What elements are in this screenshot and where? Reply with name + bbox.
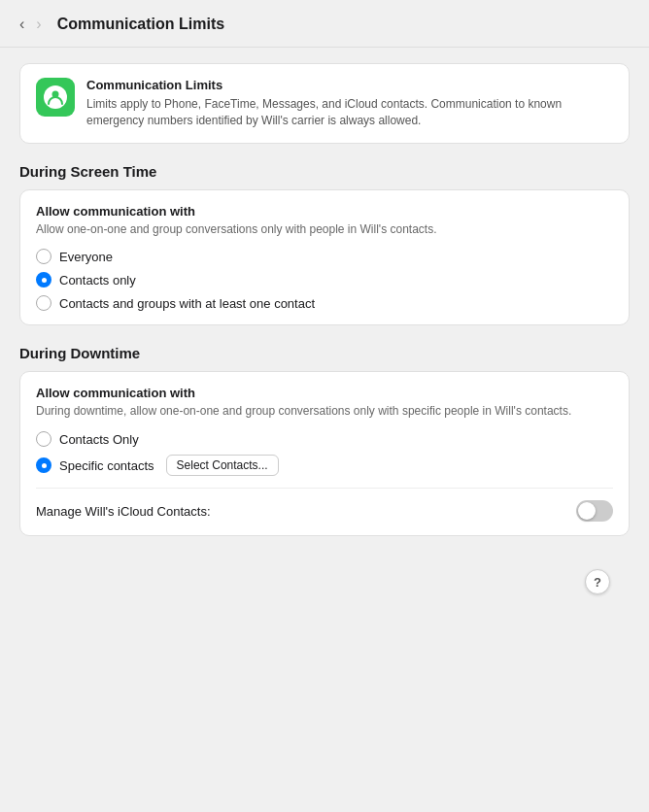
manage-contacts-toggle[interactable] (576, 500, 613, 522)
app-info-card: Communication Limits Limits apply to Pho… (19, 63, 630, 144)
radio-specific-contacts[interactable]: Specific contacts (36, 457, 154, 473)
screen-time-section-title: During Screen Time (19, 163, 630, 180)
screen-time-card-title: Allow communication with (36, 204, 613, 219)
radio-downtime-contacts-only[interactable]: Contacts Only (36, 431, 613, 447)
manage-contacts-label: Manage Will's iCloud Contacts: (36, 504, 211, 519)
radio-everyone[interactable]: Everyone (36, 249, 613, 264)
manage-contacts-row: Manage Will's iCloud Contacts: (36, 488, 613, 522)
forward-button[interactable]: › (32, 14, 45, 35)
radio-specific-contacts-row: Specific contacts Select Contacts... (36, 455, 613, 476)
radio-contacts-groups-label: Contacts and groups with at least one co… (59, 296, 315, 311)
screen-time-card-subtitle: Allow one-on-one and group conversations… (36, 221, 613, 238)
page-title: Communication Limits (57, 16, 224, 33)
app-info-description: Limits apply to Phone, FaceTime, Message… (86, 96, 613, 129)
radio-contacts-groups[interactable]: Contacts and groups with at least one co… (36, 295, 613, 311)
select-contacts-button[interactable]: Select Contacts... (166, 455, 279, 476)
radio-everyone-circle (36, 249, 51, 264)
radio-contacts-only[interactable]: Contacts only (36, 272, 613, 288)
screen-time-card: Allow communication with Allow one-on-on… (19, 189, 630, 326)
bottom-container: ? (19, 556, 630, 614)
radio-downtime-contacts-only-label: Contacts Only (59, 432, 139, 447)
downtime-card: Allow communication with During downtime… (19, 371, 630, 536)
downtime-radio-group: Contacts Only Specific contacts Select C… (36, 431, 613, 476)
downtime-card-title: Allow communication with (36, 386, 613, 400)
back-button[interactable]: ‹ (16, 14, 28, 35)
downtime-section-title: During Downtime (19, 345, 630, 361)
radio-everyone-label: Everyone (59, 250, 113, 264)
radio-specific-contacts-label: Specific contacts (59, 458, 154, 473)
downtime-card-subtitle: During downtime, allow one-on-one and gr… (36, 403, 613, 420)
app-info-title: Communication Limits (86, 78, 613, 92)
radio-downtime-contacts-only-circle (36, 431, 51, 447)
screen-time-radio-group: Everyone Contacts only Contacts and grou… (36, 249, 613, 311)
radio-specific-contacts-circle (36, 457, 51, 473)
radio-contacts-only-label: Contacts only (59, 273, 136, 288)
radio-contacts-only-circle (36, 272, 51, 288)
radio-contacts-groups-circle (36, 295, 51, 311)
help-button[interactable]: ? (585, 569, 610, 594)
header: ‹ › Communication Limits (0, 0, 649, 48)
app-icon (36, 78, 75, 117)
